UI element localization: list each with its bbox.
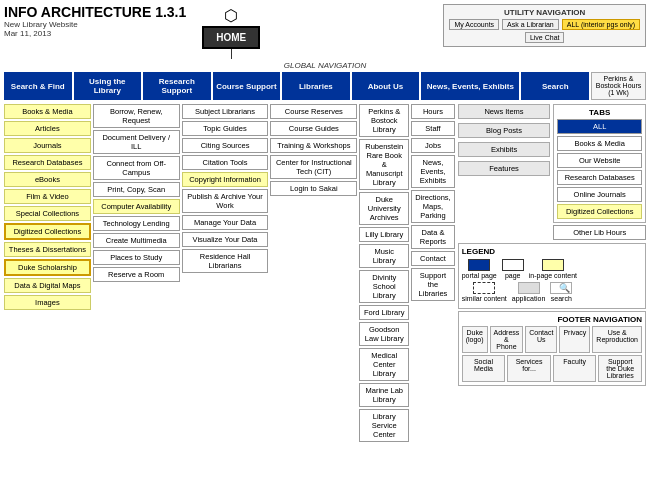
- legend-swatch-white: [502, 259, 524, 271]
- legend-inpage-label: in-page content: [529, 272, 577, 279]
- legend-similar: similar content: [462, 282, 507, 302]
- sf-research-db[interactable]: Research Databases: [4, 155, 91, 170]
- au-news-events[interactable]: News, Events, Exhibits: [411, 155, 454, 188]
- sf-theses[interactable]: Theses & Dissertations: [4, 242, 91, 257]
- rs-citation-tools[interactable]: Citation Tools: [182, 155, 269, 170]
- tabs-label: TABS: [557, 108, 642, 117]
- legend-application: application: [512, 282, 545, 302]
- rs-subject[interactable]: Subject Librarians: [182, 104, 269, 119]
- cs-training[interactable]: Training & Workshops: [270, 138, 357, 153]
- footer-use[interactable]: Use & Reproduction: [592, 326, 642, 353]
- ul-borrow[interactable]: Borrow, Renew, Request: [93, 104, 180, 128]
- lib-divinity[interactable]: Divinity School Library: [359, 270, 409, 303]
- ul-print[interactable]: Print, Copy, Scan: [93, 182, 180, 197]
- live-chat-btn[interactable]: Live Chat: [525, 32, 565, 43]
- tab-our-website[interactable]: Our Website: [557, 153, 642, 168]
- sf-images[interactable]: Images: [4, 295, 91, 310]
- sf-special[interactable]: Special Collections: [4, 206, 91, 221]
- lib-music[interactable]: Music Library: [359, 244, 409, 268]
- sf-data-maps[interactable]: Data & Digital Maps: [4, 278, 91, 293]
- sf-film[interactable]: Film & Video: [4, 189, 91, 204]
- features-box[interactable]: Features: [458, 161, 551, 176]
- nav-libraries[interactable]: Libraries: [282, 72, 350, 100]
- lib-perkins[interactable]: Perkins & Bostock Library: [359, 104, 409, 137]
- sf-journals[interactable]: Journals: [4, 138, 91, 153]
- au-data-reports[interactable]: Data & Reports: [411, 225, 454, 249]
- au-jobs[interactable]: Jobs: [411, 138, 454, 153]
- ul-document[interactable]: Document Delivery / ILL: [93, 130, 180, 154]
- lib-lilly[interactable]: Lilly Library: [359, 227, 409, 242]
- utility-navigation: UTILITY NAVIGATION My Accounts Ask a Lib…: [443, 4, 646, 47]
- footer-services[interactable]: Services for...: [507, 355, 551, 382]
- news-items-box[interactable]: News Items: [458, 104, 551, 119]
- lib-duke-archives[interactable]: Duke University Archives: [359, 192, 409, 225]
- sf-ebooks[interactable]: eBooks: [4, 172, 91, 187]
- cs-sakai[interactable]: Login to Sakai: [270, 181, 357, 196]
- footer-privacy[interactable]: Privacy: [559, 326, 590, 353]
- tab-digitized[interactable]: Digitized Collections: [557, 204, 642, 219]
- sf-duke-scholarship[interactable]: Duke Scholarship: [4, 259, 91, 276]
- rs-manage-data[interactable]: Manage Your Data: [182, 215, 269, 230]
- lib-service-center[interactable]: Library Service Center: [359, 409, 409, 442]
- cs-reserves[interactable]: Course Reserves: [270, 104, 357, 119]
- nav-course-support[interactable]: Course Support: [213, 72, 281, 100]
- tab-all[interactable]: ALL: [557, 119, 642, 134]
- rs-citing[interactable]: Citing Sources: [182, 138, 269, 153]
- sf-books[interactable]: Books & Media: [4, 104, 91, 119]
- au-directions[interactable]: Directions, Maps, Parking: [411, 190, 454, 223]
- ask-librarian-btn[interactable]: Ask a Librarian: [502, 19, 559, 30]
- all-pages-btn[interactable]: ALL (interior pgs only): [562, 19, 640, 30]
- ul-reserve[interactable]: Reserve a Room: [93, 267, 180, 282]
- ul-places[interactable]: Places to Study: [93, 250, 180, 265]
- ul-multimedia[interactable]: Create Multimedia: [93, 233, 180, 248]
- blog-posts-box[interactable]: Blog Posts: [458, 123, 551, 138]
- tabs-search-panel: TABS ALL Books & Media Our Website Resea…: [553, 104, 646, 240]
- exhibits-box[interactable]: Exhibits: [458, 142, 551, 157]
- cube-icon: ⬡: [224, 6, 238, 25]
- tab-books-media[interactable]: Books & Media: [557, 136, 642, 151]
- rs-visualize[interactable]: Visualize Your Data: [182, 232, 269, 247]
- home-button[interactable]: HOME: [202, 26, 260, 49]
- nav-search[interactable]: Search: [521, 72, 589, 100]
- tab-research-db[interactable]: Research Databases: [557, 170, 642, 185]
- rs-residence[interactable]: Residence Hall Librarians: [182, 249, 269, 273]
- au-support[interactable]: Support the Libraries: [411, 268, 454, 301]
- footer-duke-logo[interactable]: Duke (logo): [462, 326, 488, 353]
- cs-guides[interactable]: Course Guides: [270, 121, 357, 136]
- my-accounts-btn[interactable]: My Accounts: [449, 19, 499, 30]
- footer-contact[interactable]: Contact Us: [525, 326, 557, 353]
- nav-using-library[interactable]: Using the Library: [74, 72, 142, 100]
- au-contact[interactable]: Contact: [411, 251, 454, 266]
- nav-about-us[interactable]: About Us: [352, 72, 420, 100]
- footer-nav-label: FOOTER NAVIGATION: [462, 315, 642, 324]
- lib-ford[interactable]: Ford Library: [359, 305, 409, 320]
- page-title: INFO ARCHITECTURE 1.3.1: [4, 4, 186, 20]
- nav-search-find[interactable]: Search & Find: [4, 72, 72, 100]
- au-staff[interactable]: Staff: [411, 121, 454, 136]
- nav-research-support[interactable]: Research Support: [143, 72, 211, 100]
- footer-social[interactable]: Social Media: [462, 355, 506, 382]
- lib-rubenstein[interactable]: Rubenstein Rare Book & Manuscript Librar…: [359, 139, 409, 190]
- footer-address[interactable]: Address & Phone: [490, 326, 524, 353]
- ul-computer[interactable]: Computer Availability: [93, 199, 180, 214]
- other-lib-hours[interactable]: Other Lib Hours: [553, 225, 646, 240]
- au-hours[interactable]: Hours: [411, 104, 454, 119]
- ul-tech[interactable]: Technology Lending: [93, 216, 180, 231]
- sf-digitized[interactable]: Digitized Collections: [4, 223, 91, 240]
- lib-marine[interactable]: Marine Lab Library: [359, 383, 409, 407]
- lib-medical[interactable]: Medical Center Library: [359, 348, 409, 381]
- aboutus-column: Hours Staff Jobs News, Events, Exhibits …: [411, 104, 454, 442]
- rs-copyright[interactable]: Copyright Information: [182, 172, 269, 187]
- research-support-column: Subject Librarians Topic Guides Citing S…: [182, 104, 269, 442]
- rs-topic[interactable]: Topic Guides: [182, 121, 269, 136]
- rs-publish[interactable]: Publish & Archive Your Work: [182, 189, 269, 213]
- nav-news-events[interactable]: News, Events, Exhibits: [421, 72, 519, 100]
- footer-faculty[interactable]: Faculty: [553, 355, 597, 382]
- global-navigation-bar: Search & Find Using the Library Research…: [4, 72, 646, 100]
- lib-goodson[interactable]: Goodson Law Library: [359, 322, 409, 346]
- footer-support[interactable]: Support the Duke Libraries: [598, 355, 642, 382]
- cs-cit[interactable]: Center for Instructional Tech (CIT): [270, 155, 357, 179]
- tab-online-journals[interactable]: Online Journals: [557, 187, 642, 202]
- ul-offcampus[interactable]: Connect from Off-Campus: [93, 156, 180, 180]
- sf-articles[interactable]: Articles: [4, 121, 91, 136]
